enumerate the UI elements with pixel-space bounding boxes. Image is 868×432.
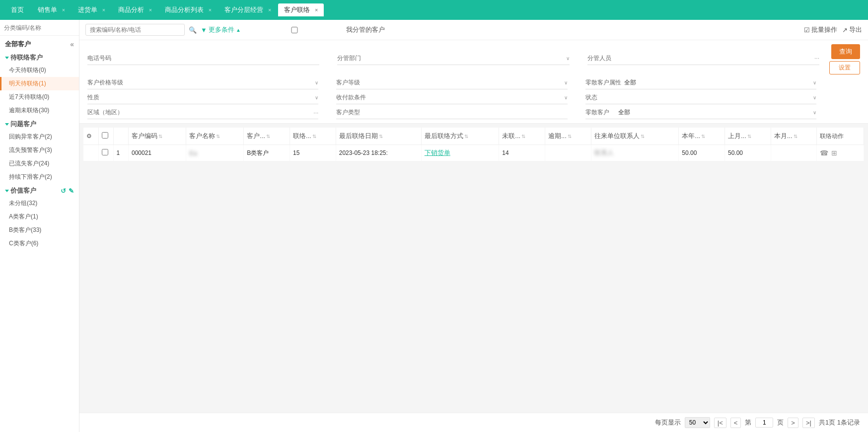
sidebar-item-churn-warning[interactable]: 流失预警客户(3) [0,144,79,157]
next-page-btn[interactable]: > [788,418,798,428]
th-last-month-label: 上月... [728,132,746,141]
filter-manager-label: 分管人员 [587,54,617,63]
filter-customer-level-arrow: ∨ [564,80,568,85]
sidebar-item-class-b[interactable]: B类客户(33) [0,223,79,237]
th-unit-contact[interactable]: 往来单位联系人⇅ [591,128,679,145]
sidebar-search-input[interactable] [4,24,78,31]
sort-this-month-icon: ⇅ [794,134,797,139]
nav-close-sales[interactable]: × [62,7,65,13]
my-customers-checkbox-label[interactable]: 我分管的客户 [245,25,385,34]
action-grid-icon[interactable]: ⊞ [831,149,837,157]
nav-close-customer-contact[interactable]: × [315,7,318,13]
unit-contact-blurred: 联系人 [594,149,614,156]
filter-panel: 电话号码 分管部门 ∨ 分管人员 ··· [79,40,868,124]
row-checkbox[interactable] [102,149,108,155]
prev-page-btn[interactable]: < [730,418,741,428]
nav-item-sales[interactable]: 销售单 × [32,3,71,16]
th-no-contact[interactable]: 未联...⇅ [499,128,545,145]
select-all-checkbox[interactable] [102,132,108,139]
th-contacts[interactable]: 联络...⇅ [290,128,336,145]
sidebar-item-churned[interactable]: 已流失客户(24) [0,157,79,170]
filter-phone-label: 电话号码 [87,54,117,63]
filter-price-level: 客户价格等级 ∨ [87,78,318,89]
sidebar-item-class-a[interactable]: A类客户(1) [0,210,79,223]
nav-close-customer-tier[interactable]: × [268,7,271,13]
nav-close-analysis-list[interactable]: × [209,7,212,13]
th-last-date[interactable]: 最后联络日期⇅ [336,128,421,145]
th-this-month-label: 本月... [774,132,793,141]
action-phone-icon[interactable]: ☎ [820,149,828,157]
td-last-method[interactable]: 下销货单 [421,145,499,161]
filter-nature: 性质 ∨ [87,93,318,104]
more-conditions-btn[interactable]: ▼ 更多条件 ▲ [201,25,241,34]
sort-type-icon: ⇅ [266,134,270,139]
td-unit-contact: 联系人 [591,145,679,161]
sidebar-item-today[interactable]: 今天待联络(0) [0,64,79,77]
filter-retail-customer-value[interactable]: 全部 [618,108,810,117]
th-code[interactable]: 客户编码⇅ [128,128,186,145]
th-this-month[interactable]: 本月...⇅ [771,128,817,145]
nav-close-purchase[interactable]: × [102,7,105,13]
batch-operation-btn[interactable]: ☑ 批量操作 [804,25,837,34]
filter-dept-arrow: ∨ [566,56,570,61]
th-name[interactable]: 客户名称⇅ [186,128,244,145]
sidebar-item-declining[interactable]: 持续下滑客户(2) [0,170,79,184]
nav-item-customer-tier[interactable]: 客户分层经营 × [218,3,277,16]
search-input[interactable] [85,24,185,36]
th-gear[interactable]: ⚙ [83,128,98,145]
td-check[interactable] [98,145,113,161]
th-overdue[interactable]: 逾期...⇅ [545,128,591,145]
nav-home[interactable]: 首页 [4,3,31,16]
filter-row-3: 性质 ∨ 收付款条件 ∨ 状态 [87,93,860,104]
sidebar-item-7days[interactable]: 近7天待联络(0) [0,90,79,104]
filter-dept-label: 分管部门 [337,54,367,63]
th-type[interactable]: 客户...⇅ [244,128,290,145]
last-method-link[interactable]: 下销货单 [425,149,450,156]
sidebar-item-repurchase-abnormal[interactable]: 回购异常客户(2) [0,130,79,144]
set-button[interactable]: 设置 [829,61,860,74]
filter-retail-customer-arrow: ∨ [813,110,816,115]
th-last-month[interactable]: 上月...⇅ [724,128,771,145]
per-page-select[interactable]: 50 100 200 [685,417,710,428]
filter-retail-customer: 零散客户 全部 ∨ [585,108,816,119]
filter-retail-attr-value[interactable]: 全部 [624,78,810,87]
filter-retail-customer-label: 零散客户 [585,108,615,117]
sidebar-item-ungrouped[interactable]: 未分组(32) [0,197,79,210]
sidebar-item-class-c[interactable]: C类客户(6) [0,237,79,250]
nav-item-customer-contact[interactable]: 客户联络 × [278,3,324,16]
batch-icon: ☑ [804,26,810,34]
nav-item-purchase[interactable]: 进货单 × [72,3,111,16]
sort-last-month-icon: ⇅ [747,134,751,139]
value-group-refresh[interactable]: ↺ [61,187,66,195]
query-button[interactable]: 查询 [831,44,860,59]
filter-phone: 电话号码 [87,54,319,65]
sort-contacts-icon: ⇅ [312,134,316,139]
sort-this-year-icon: ⇅ [701,134,705,139]
filter-nature-label: 性质 [87,93,117,102]
last-page-btn[interactable]: >| [802,418,815,428]
nav-item-analysis[interactable]: 商品分析 × [112,3,158,16]
toolbar: 🔍 ▼ 更多条件 ▲ 我分管的客户 ☑ 批量操作 ↗ 导出 [79,20,868,40]
my-customers-checkbox[interactable] [245,27,344,33]
sidebar-collapse-icon[interactable]: « [70,40,74,48]
sidebar-item-tomorrow[interactable]: 明天待联络(1) [0,77,79,90]
search-icon[interactable]: 🔍 [189,26,197,34]
th-check[interactable] [98,128,113,145]
first-page-btn[interactable]: |< [714,418,726,428]
value-expand-icon [5,190,9,192]
filter-icon: ▼ [201,26,207,34]
th-last-method[interactable]: 最后联络方式⇅ [421,128,499,145]
filter-status-label: 状态 [585,93,615,102]
sidebar-item-overdue[interactable]: 逾期未联络(30) [0,104,79,117]
th-last-method-label: 最后联络方式 [425,132,463,141]
filter-status-arrow: ∨ [813,95,816,100]
sort-last-method-icon: ⇅ [464,134,468,139]
toolbar-right: ☑ 批量操作 ↗ 导出 [804,25,862,34]
page-suffix: 页 [777,418,784,427]
nav-close-analysis[interactable]: × [149,7,152,13]
nav-item-analysis-list[interactable]: 商品分析列表 × [159,3,217,16]
th-this-year[interactable]: 本年...⇅ [679,128,725,145]
page-input[interactable] [755,418,773,428]
value-group-edit[interactable]: ✎ [69,187,74,195]
export-btn[interactable]: ↗ 导出 [842,25,862,34]
